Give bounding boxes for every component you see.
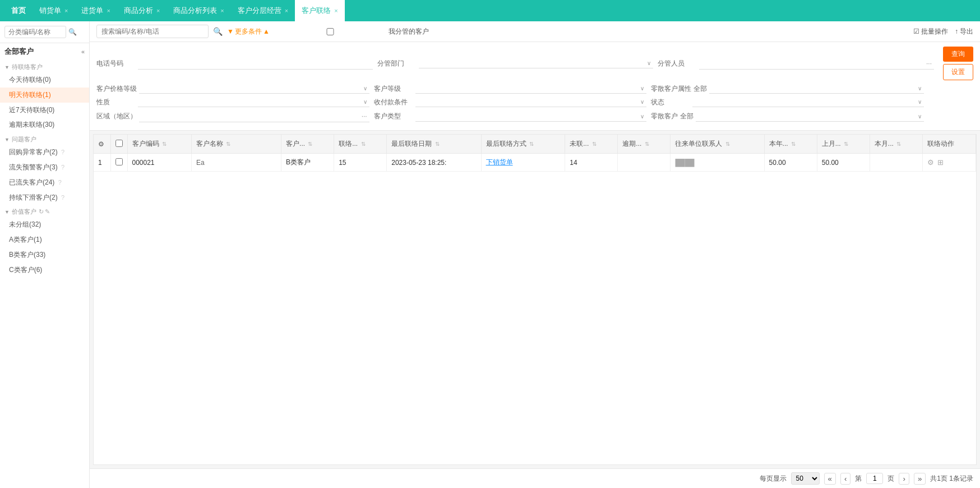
select-all-checkbox[interactable]: [115, 140, 123, 147]
sidebar-item-declining[interactable]: 持续下滑客户(2) ?: [0, 190, 89, 205]
sidebar-group-problem: ▼ 问题客户: [0, 132, 89, 145]
search-input[interactable]: [96, 25, 209, 38]
nav-goods-list-close[interactable]: ×: [220, 7, 224, 14]
nav-purchase-close[interactable]: ×: [107, 7, 110, 14]
th-gear[interactable]: ⚙: [94, 135, 110, 154]
filter-cell-phone: 电话号码: [96, 58, 373, 70]
row-checkbox[interactable]: [110, 154, 127, 172]
th-overdue[interactable]: 逾期... ⇅: [618, 135, 671, 154]
th-this-year[interactable]: 本年... ⇅: [764, 135, 817, 154]
th-last-method[interactable]: 最后联络方式 ⇅: [481, 135, 565, 154]
sidebar-item-week[interactable]: 近7天待联络(0): [0, 103, 89, 118]
nav-customer-tier[interactable]: 客户分层经营 ×: [231, 0, 295, 21]
my-customers-checkbox[interactable]: [274, 28, 386, 35]
nav-goods-analysis-close[interactable]: ×: [156, 7, 160, 14]
nav-sales-close[interactable]: ×: [64, 7, 68, 14]
sidebar-item-overdue-label: 逾期未联络(30): [9, 121, 54, 128]
row-grid-icon[interactable]: ⊞: [937, 158, 944, 167]
per-page-select[interactable]: 50 10 20 100: [791, 472, 820, 485]
my-customers-checkbox-label[interactable]: 我分管的客户: [274, 27, 429, 36]
th-last-date[interactable]: 最后联络日期 ⇅: [387, 135, 481, 154]
customer-level-arrow: ∨: [640, 85, 644, 91]
sort-icon-last-date: ⇅: [435, 141, 440, 147]
th-checkbox[interactable]: [110, 135, 127, 154]
export-btn[interactable]: ↑ 导出: [955, 27, 973, 36]
row-name[interactable]: Ea: [192, 154, 281, 172]
sidebar-item-repurchase[interactable]: 回购异常客户(2) ?: [0, 145, 89, 160]
sidebar-collapse-icon: «: [81, 48, 85, 55]
sidebar-search-icon[interactable]: 🔍: [68, 28, 77, 36]
first-page-btn[interactable]: «: [824, 473, 836, 485]
sort-icon-type: ⇅: [308, 141, 312, 147]
row-type: B类客户: [281, 154, 334, 172]
retail-select[interactable]: ∨: [696, 112, 924, 122]
sidebar-item-overdue[interactable]: 逾期未联络(30): [0, 117, 89, 132]
table-container: ⚙ 客户编码 ⇅ 客户名称 ⇅ 客户... ⇅ 联络... ⇅ 最后联络日期 ⇅…: [93, 134, 977, 465]
dept-select[interactable]: ∨: [419, 58, 654, 68]
more-conditions-toggle[interactable]: ▼ 更多条件 ▲: [227, 27, 270, 36]
checkbox-icon: ☑: [913, 27, 919, 35]
sort-icon-last-method: ⇅: [529, 141, 534, 147]
phone-input[interactable]: [138, 58, 373, 70]
nav-sales[interactable]: 销货单 ×: [33, 0, 75, 21]
sidebar-item-today-label: 今天待联络(0): [9, 76, 51, 84]
sidebar-all-customers[interactable]: 全部客户 «: [0, 43, 89, 60]
payment-label: 收付款条件: [374, 98, 413, 107]
filter-icon: ▼: [227, 27, 234, 35]
sidebar-item-ungroup[interactable]: 未分组(32): [0, 217, 89, 232]
sidebar-item-type-b-label: B类客户(33): [9, 251, 45, 259]
row-checkbox-input[interactable]: [115, 158, 123, 165]
status-select[interactable]: ∨: [692, 97, 924, 107]
batch-action-btn[interactable]: ☑ 批量操作: [913, 27, 948, 36]
th-type[interactable]: 客户... ⇅: [281, 135, 334, 154]
row-last-method[interactable]: 下销货单: [481, 154, 565, 172]
last-page-btn[interactable]: »: [914, 473, 926, 485]
th-contacts[interactable]: 联络... ⇅: [334, 135, 387, 154]
next-page-btn[interactable]: ›: [899, 473, 909, 485]
th-not-contacted[interactable]: 未联... ⇅: [565, 135, 618, 154]
customer-type-select[interactable]: ∨: [415, 112, 647, 122]
nav-purchase[interactable]: 进货单 ×: [75, 0, 117, 21]
search-button[interactable]: 🔍: [213, 27, 223, 36]
prev-page-btn[interactable]: ‹: [840, 473, 850, 485]
nav-customer-tier-close[interactable]: ×: [285, 7, 288, 14]
nav-goods-list[interactable]: 商品分析列表 ×: [167, 0, 230, 21]
nav-customer-contact[interactable]: 客户联络 ×: [295, 0, 344, 21]
th-this-month[interactable]: 本月... ⇅: [870, 135, 922, 154]
sidebar-item-type-a[interactable]: A类客户(1): [0, 232, 89, 247]
th-unit-contact[interactable]: 往来单位联系人 ⇅: [671, 135, 764, 154]
customer-level-select[interactable]: ∨: [415, 84, 647, 94]
page-input[interactable]: [866, 473, 883, 484]
th-name[interactable]: 客户名称 ⇅: [192, 135, 281, 154]
sidebar-item-today[interactable]: 今天待联络(0): [0, 72, 89, 88]
price-level-select[interactable]: ∨: [139, 84, 369, 94]
table-footer: 每页显示 50 10 20 100 « ‹ 第 页 › » 共1页 1条记录: [90, 468, 980, 488]
nav-customer-contact-close[interactable]: ×: [334, 7, 338, 14]
nav-home-label: 首页: [11, 6, 26, 16]
edit-icon[interactable]: ✎: [45, 208, 50, 215]
set-button[interactable]: 设置: [943, 64, 973, 80]
sidebar-item-tomorrow[interactable]: 明天待联络(1): [0, 88, 89, 103]
th-code[interactable]: 客户编码 ⇅: [127, 135, 192, 154]
nav-home[interactable]: 首页: [4, 0, 33, 21]
manager-select[interactable]: ···: [699, 58, 934, 70]
nature-arrow: ∨: [363, 99, 367, 105]
nature-select[interactable]: ∨: [138, 97, 369, 107]
region-select[interactable]: ···: [139, 111, 369, 122]
query-button[interactable]: 查询: [943, 47, 973, 62]
sidebar-item-churn-warning[interactable]: 流失预警客户(3) ?: [0, 160, 89, 175]
retail-attr-select[interactable]: ∨: [709, 84, 924, 94]
sidebar-search-input[interactable]: [4, 26, 66, 38]
sidebar-item-lost[interactable]: 已流失客户(24) ?: [0, 175, 89, 190]
sidebar-item-declining-label: 持续下滑客户(2): [9, 194, 58, 201]
refresh-icon[interactable]: ↻: [39, 208, 44, 215]
payment-select[interactable]: ∨: [415, 97, 647, 107]
th-last-month[interactable]: 上月... ⇅: [817, 135, 870, 154]
sidebar-item-type-b[interactable]: B类客户(33): [0, 247, 89, 263]
phone-label: 电话号码: [96, 59, 136, 68]
nav-goods-analysis[interactable]: 商品分析 ×: [117, 0, 167, 21]
filter-bar: 🔍 ▼ 更多条件 ▲ 我分管的客户 ☑ 批量操作 ↑ 导出: [90, 21, 980, 42]
row-last-month: 50.00: [817, 154, 870, 172]
row-gear-icon[interactable]: ⚙: [927, 158, 934, 167]
sidebar-item-type-c[interactable]: C类客户(6): [0, 263, 89, 278]
